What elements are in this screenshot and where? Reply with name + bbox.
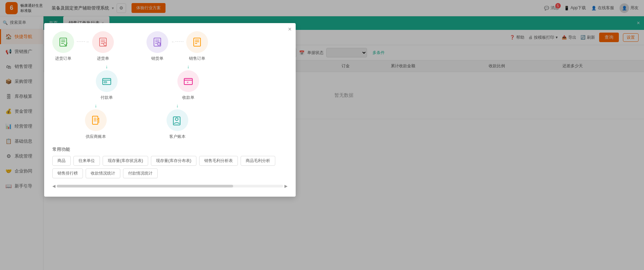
flow-sale-bill[interactable]: 销货单 [146,31,168,61]
svg-text:¥: ¥ [187,81,189,84]
svg-rect-25 [92,116,98,124]
flow-receipt[interactable]: ¥ 收款单 [177,70,199,101]
func-btn-product[interactable]: 商品 [52,156,71,166]
func-btn-sales-profit[interactable]: 销售毛利分析表 [199,156,238,166]
purchase-order-icon [52,31,74,53]
receipt-icon: ¥ [177,70,199,92]
func-btn-sales-rank[interactable]: 销售排行榜 [52,168,83,178]
purchase-bill-label: 进货单 [97,56,109,61]
scroll-left-icon[interactable]: ◀ [52,184,55,188]
common-functions: 常用功能 商品 往来单位 现存量(库存状况表) 现存量(库存分布表) 销售毛利分… [52,146,288,178]
supplier-account-label: 供应商账本 [86,134,106,140]
purchase-order-label: 进货订单 [55,56,71,61]
flow-purchase-bill[interactable]: 进货单 [92,31,114,61]
scrollbar-track[interactable] [57,185,283,187]
func-btn-inventory-status[interactable]: 现存量(库存状况表) [103,156,148,166]
common-functions-title: 常用功能 [52,146,288,152]
customer-account-label: 客户账本 [169,134,186,140]
modal-overlay[interactable]: × [0,0,644,270]
receipt-label: 收款单 [182,95,194,101]
svg-point-30 [175,118,178,121]
scrollbar-thumb[interactable] [57,185,233,187]
flow-purchase-order[interactable]: 进货订单 [52,31,74,61]
svg-point-8 [104,43,106,46]
func-btn-receipt-stats[interactable]: 收款情况统计 [86,168,120,178]
sale-order-label: 销售订单 [189,56,205,61]
flow-customer-account[interactable]: 客户账本 [167,109,188,140]
func-btn-partner[interactable]: 往来单位 [73,156,100,166]
customer-account-icon [167,109,188,131]
supplier-account-icon [85,109,107,131]
payment-label: 付款单 [101,95,113,101]
quick-nav-modal: × [44,23,296,197]
flow-sale-order[interactable]: 销售订单 [186,31,208,61]
purchase-bill-icon [92,31,114,53]
svg-rect-13 [158,43,160,45]
payment-icon: ¥ [96,70,118,92]
flow-supplier-account[interactable]: 供应商账本 [85,109,107,140]
sale-bill-icon [146,31,168,53]
sale-bill-label: 销货单 [151,56,163,61]
function-buttons-row2: 销售排行榜 收款情况统计 付款情况统计 [52,168,288,178]
modal-scrollbar-row: ◀ ▶ [52,184,288,188]
func-btn-payment-stats[interactable]: 付款情况统计 [123,168,158,178]
function-buttons: 商品 往来单位 现存量(库存状况表) 现存量(库存分布表) 销售毛利分析表 商品… [52,156,288,166]
sale-order-icon [186,31,208,53]
modal-close-button[interactable]: × [288,26,292,33]
flow-payment[interactable]: ¥ 付款单 [96,70,118,101]
func-btn-inventory-dist[interactable]: 现存量(库存分布表) [151,156,196,166]
func-btn-product-profit[interactable]: 商品毛利分析 [241,156,275,166]
scroll-right-icon[interactable]: ▶ [284,184,288,188]
